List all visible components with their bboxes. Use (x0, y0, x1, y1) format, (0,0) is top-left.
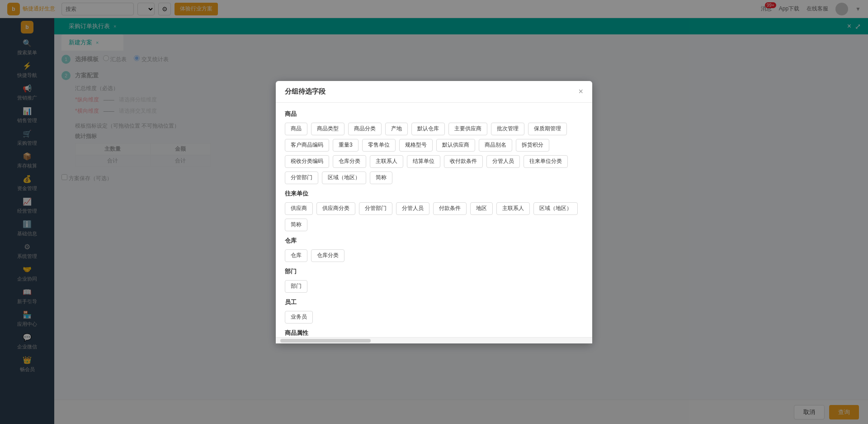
field-grid-商品: 商品商品类型商品分类产地默认仓库主要供应商批次管理保质期管理客户商品编码重量3零… (285, 123, 583, 184)
modal-header: 分组待选字段 × (276, 81, 592, 103)
field-tag-默认仓库[interactable]: 默认仓库 (411, 123, 445, 135)
modal-dialog: 分组待选字段 × 商品商品商品类型商品分类产地默认仓库主要供应商批次管理保质期管… (276, 81, 592, 343)
field-tag-规格型号[interactable]: 规格型号 (399, 139, 433, 152)
field-tag-拆货积分[interactable]: 拆货积分 (516, 139, 549, 152)
modal-overlay: 分组待选字段 × 商品商品商品类型商品分类产地默认仓库主要供应商批次管理保质期管… (0, 0, 868, 424)
modal-scroll-thumb (280, 339, 371, 343)
field-tag-默认供应商[interactable]: 默认供应商 (436, 139, 475, 152)
section-title-商品属性: 商品属性 (285, 329, 583, 337)
field-tag-产地[interactable]: 产地 (385, 123, 408, 135)
field-tag-供应商分类[interactable]: 供应商分类 (316, 202, 355, 215)
field-tag-分管人员[interactable]: 分管人员 (486, 155, 520, 168)
field-tag-往来单位分类[interactable]: 往来单位分类 (524, 155, 568, 168)
field-tag-分管部门[interactable]: 分管部门 (285, 172, 318, 184)
field-grid-部门: 部门 (285, 280, 583, 293)
field-tag-主要供应商[interactable]: 主要供应商 (448, 123, 487, 135)
modal-bottom-scrollbar[interactable] (276, 337, 592, 343)
field-tag-分管部门[interactable]: 分管部门 (359, 202, 392, 215)
field-tag-分管人员[interactable]: 分管人员 (396, 202, 429, 215)
field-tag-保质期管理[interactable]: 保质期管理 (528, 123, 567, 135)
field-tag-主联系人[interactable]: 主联系人 (496, 202, 530, 215)
section-title-部门: 部门 (285, 267, 583, 276)
field-tag-简称[interactable]: 简称 (285, 219, 307, 231)
field-tag-商品分类[interactable]: 商品分类 (348, 123, 382, 135)
field-tag-收付款条件[interactable]: 收付款条件 (444, 155, 483, 168)
modal-title: 分组待选字段 (285, 87, 326, 96)
field-tag-重量3[interactable]: 重量3 (333, 139, 359, 152)
field-grid-员工: 业务员 (285, 311, 583, 324)
field-tag-客户商品编码[interactable]: 客户商品编码 (285, 139, 329, 152)
field-tag-仓库[interactable]: 仓库 (285, 249, 307, 262)
field-tag-区域（地区）[interactable]: 区域（地区） (322, 172, 366, 184)
field-tag-仓库分类[interactable]: 仓库分类 (333, 155, 366, 168)
field-grid-往来单位: 供应商供应商分类分管部门分管人员付款条件地区主联系人区域（地区）简称 (285, 202, 583, 231)
field-grid-仓库: 仓库仓库分类 (285, 249, 583, 262)
field-tag-业务员[interactable]: 业务员 (285, 311, 313, 324)
section-title-商品: 商品 (285, 110, 583, 118)
field-tag-简称[interactable]: 简称 (370, 172, 392, 184)
section-title-仓库: 仓库 (285, 237, 583, 245)
field-tag-付款条件[interactable]: 付款条件 (433, 202, 467, 215)
section-title-员工: 员工 (285, 298, 583, 306)
field-tag-仓库分类[interactable]: 仓库分类 (311, 249, 344, 262)
field-tag-结算单位[interactable]: 结算单位 (407, 155, 440, 168)
field-tag-税收分类编码[interactable]: 税收分类编码 (285, 155, 329, 168)
modal-close-button[interactable]: × (578, 87, 583, 96)
field-tag-零售单位[interactable]: 零售单位 (362, 139, 396, 152)
field-tag-主联系人[interactable]: 主联系人 (370, 155, 403, 168)
field-tag-部门[interactable]: 部门 (285, 280, 307, 293)
modal-body: 商品商品商品类型商品分类产地默认仓库主要供应商批次管理保质期管理客户商品编码重量… (276, 103, 592, 337)
field-tag-区域（地区）[interactable]: 区域（地区） (533, 202, 578, 215)
field-tag-商品类型[interactable]: 商品类型 (311, 123, 344, 135)
field-tag-供应商[interactable]: 供应商 (285, 202, 313, 215)
field-tag-商品别名[interactable]: 商品别名 (479, 139, 512, 152)
field-tag-批次管理[interactable]: 批次管理 (491, 123, 524, 135)
section-title-往来单位: 往来单位 (285, 190, 583, 198)
field-tag-商品[interactable]: 商品 (285, 123, 307, 135)
field-tag-地区[interactable]: 地区 (470, 202, 493, 215)
